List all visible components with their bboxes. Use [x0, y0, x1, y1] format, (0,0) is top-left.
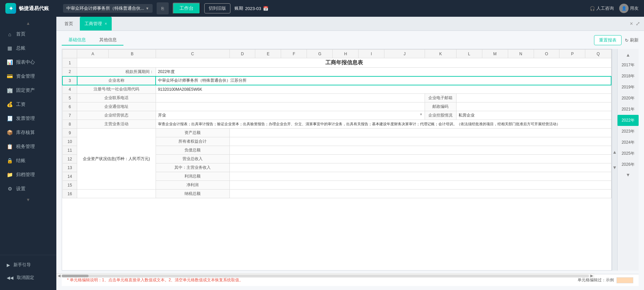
- year-item-2026[interactable]: 2026年: [618, 159, 639, 170]
- cell-postcode-value[interactable]: [456, 102, 611, 111]
- sidebar-item-capital[interactable]: 💳 资金管理: [0, 69, 56, 83]
- year-up-nav[interactable]: ▲: [618, 50, 639, 60]
- period-label: 账期: [234, 5, 243, 11]
- sidebar-item-assets[interactable]: 🏢 固定资产: [0, 83, 56, 97]
- sidebar-item-home[interactable]: ⌂ 首页: [0, 27, 56, 41]
- cell-regnum-value[interactable]: 91320100MA208E5W6K: [156, 85, 611, 94]
- company-copy-button[interactable]: ⎘: [157, 2, 169, 14]
- year-item-2021[interactable]: 2021年: [618, 104, 639, 115]
- sidebar-item-salary[interactable]: 💰 工资: [0, 97, 56, 112]
- cell-total-assets-value[interactable]: [229, 129, 611, 137]
- sidebar-label-inventory: 库存核算: [16, 130, 35, 136]
- cell-status-value[interactable]: 开业 ▼: [156, 111, 425, 120]
- company-selector[interactable]: 中审众环会计师事务所（特殊普通合伙... ▼: [63, 4, 153, 13]
- sidebar-scroll-down[interactable]: ▼: [0, 196, 56, 204]
- cell-title[interactable]: 工商年报信息表: [77, 58, 611, 68]
- year-item-2022[interactable]: 2022年: [618, 115, 639, 126]
- subtabs-row: 基础信息 其他信息 重置报表 ↻ 刷新: [62, 35, 639, 46]
- cell-profit-value[interactable]: [229, 172, 611, 181]
- cell-equity-value[interactable]: [229, 137, 611, 146]
- col-header-d[interactable]: D: [229, 50, 255, 58]
- tab-home[interactable]: 首页: [59, 17, 78, 30]
- sidebar-newguide[interactable]: ▶ 新手引导: [0, 259, 56, 271]
- tab-gongshang[interactable]: 工商管理 ×: [80, 17, 112, 30]
- cell-company-label[interactable]: 企业名称: [77, 76, 156, 85]
- calendar-icon[interactable]: 📅: [263, 6, 268, 11]
- cell-liabilities-value[interactable]: [229, 146, 611, 155]
- subtab-other[interactable]: 其他信息: [93, 35, 123, 46]
- col-header-a[interactable]: A: [77, 50, 109, 58]
- sidebar-item-archive[interactable]: 📁 归档管理: [0, 168, 56, 182]
- cell-business-value[interactable]: 审查企业会计报表；出具审计报告；验证企业资本；出具验资报告；办理企业合开、分立、…: [156, 120, 611, 129]
- tab-bar-right: × ⤢: [630, 20, 644, 27]
- year-item-2017[interactable]: 2017年: [618, 60, 639, 71]
- year-down-nav[interactable]: ▼: [618, 170, 639, 179]
- col-header-f[interactable]: F: [281, 50, 307, 58]
- row-num-5: 5: [62, 94, 77, 102]
- cell-email-value[interactable]: [456, 94, 611, 102]
- panel-toggle[interactable]: ▲ ▼: [612, 49, 617, 271]
- cell-ownership-value[interactable]: 私营企业: [456, 111, 611, 120]
- old-version-button[interactable]: 切到旧版: [204, 3, 230, 13]
- cell-period-value[interactable]: 2022年度: [156, 68, 611, 76]
- col-header-i[interactable]: I: [359, 50, 384, 58]
- col-header-c[interactable]: C: [156, 50, 229, 58]
- sidebar-item-settings[interactable]: ⚙ 设置: [0, 182, 56, 196]
- year-item-2025[interactable]: 2025年: [618, 148, 639, 159]
- dropdown-arrow-icon: ▼: [419, 113, 423, 116]
- cell-tax-value[interactable]: [229, 190, 611, 198]
- tab-close-button[interactable]: ×: [105, 21, 107, 26]
- col-header-b[interactable]: B: [109, 50, 156, 58]
- sidebar-item-ledger[interactable]: ▦ 总账: [0, 41, 56, 55]
- panel-up-arrow-icon[interactable]: ▲: [612, 149, 617, 155]
- col-header-j[interactable]: J: [384, 50, 425, 58]
- year-item-2023[interactable]: 2023年: [618, 126, 639, 137]
- col-header-q[interactable]: Q: [585, 50, 611, 58]
- table-row: 4 注册号/统一社会信用代码 91320100MA208E5W6K: [62, 85, 611, 94]
- year-item-2019[interactable]: 2019年: [618, 82, 639, 93]
- sidebar-item-inventory[interactable]: 📦 库存核算: [0, 126, 56, 140]
- workbench-button[interactable]: 工作台: [173, 3, 200, 14]
- year-item-2024[interactable]: 2024年: [618, 137, 639, 148]
- window-expand-icon[interactable]: ⤢: [636, 20, 640, 27]
- cell-main-revenue-value[interactable]: [229, 163, 611, 172]
- cell-tax-spacer: [77, 190, 156, 198]
- row-num-10: 10: [62, 137, 77, 146]
- cell-phone-value[interactable]: [156, 94, 425, 102]
- sidebar-unpin[interactable]: ◀◀ 取消固定: [0, 271, 56, 284]
- col-header-h[interactable]: H: [333, 50, 359, 58]
- cell-company-value[interactable]: 中审众环会计师事务所（特殊普通合伙）江苏分所: [156, 76, 611, 85]
- cell-total-assets-label: 资产总额: [156, 129, 229, 137]
- sidebar-item-invoice[interactable]: 🧾 发票管理: [0, 112, 56, 126]
- home-icon: ⌂: [7, 31, 13, 37]
- col-header-m[interactable]: M: [482, 50, 508, 58]
- refresh-button[interactable]: ↻ 刷新: [625, 37, 639, 43]
- topbar: ✦ 畅捷通易代账 中审众环会计师事务所（特殊普通合伙... ▼ ⎘ 工作台 切到…: [0, 0, 644, 17]
- spreadsheet-container[interactable]: A B C D E F G H I J: [62, 49, 611, 270]
- row-num-6: 6: [62, 102, 77, 111]
- sidebar-scroll-up[interactable]: ▲: [0, 19, 56, 27]
- year-item-2018[interactable]: 2018年: [618, 71, 639, 82]
- col-header-o[interactable]: O: [534, 50, 559, 58]
- sidebar-item-tax[interactable]: 📋 税务管理: [0, 140, 56, 154]
- cell-revenue-value[interactable]: [229, 155, 611, 163]
- play-icon: ▶: [7, 263, 10, 268]
- col-header-l[interactable]: L: [456, 50, 482, 58]
- service-button[interactable]: 🎧 人工咨询: [590, 5, 614, 11]
- user-menu[interactable]: 👤 用友: [619, 4, 639, 13]
- year-item-2020[interactable]: 2020年: [618, 93, 639, 104]
- window-close-icon[interactable]: ×: [630, 21, 633, 27]
- sidebar-item-closing[interactable]: 🔒 结账: [0, 154, 56, 168]
- col-header-e[interactable]: E: [255, 50, 281, 58]
- subtab-basic[interactable]: 基础信息: [62, 35, 93, 46]
- sidebar-item-report[interactable]: 📊 报表中心: [0, 55, 56, 69]
- col-header-p[interactable]: P: [559, 50, 585, 58]
- cell-netprofit-value[interactable]: [229, 181, 611, 190]
- cell-business-label: 主营业务活动: [77, 120, 156, 129]
- col-header-g[interactable]: G: [307, 50, 333, 58]
- col-header-k[interactable]: K: [425, 50, 456, 58]
- col-header-n[interactable]: N: [508, 50, 534, 58]
- reset-report-button[interactable]: 重置报表: [594, 35, 622, 45]
- panel-down-arrow-icon[interactable]: ▼: [612, 165, 617, 170]
- cell-addr-value[interactable]: [156, 102, 425, 111]
